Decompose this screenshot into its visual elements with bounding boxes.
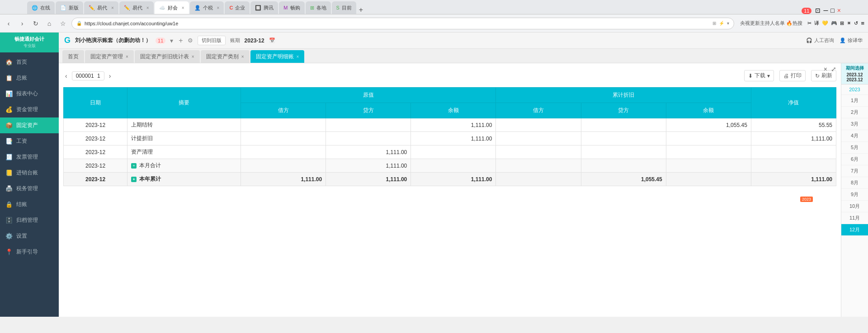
app-tab-fixed-mgmt[interactable]: 固定资产管理 × (85, 50, 134, 63)
sidebar-label-settings: 设置 (16, 232, 27, 240)
close-depreciation-stat-tab[interactable]: × (192, 54, 194, 59)
company-name: 刘小艳演示账套（勿删勿动！） (75, 37, 151, 44)
tab-restore-btn[interactable]: ⊡ (815, 7, 821, 14)
sidebar-item-archive[interactable]: 🗄️ 归档管理 (0, 212, 59, 228)
window-controls: × ⤢ (824, 66, 836, 73)
next-account-btn[interactable]: › (107, 71, 113, 80)
app-tab-home[interactable]: 首页 (62, 50, 84, 63)
sidebar-label-tax: 税务管理 (16, 185, 38, 192)
sidebar-item-fixed-assets[interactable]: 📦 固定资产 (0, 117, 59, 133)
logo-main-text: 畅捷通好会计 (14, 36, 44, 42)
period-month-9[interactable]: 9月 (841, 189, 868, 201)
refresh-icon: ↻ (815, 73, 820, 79)
sidebar-item-close[interactable]: 🔒 结账 (0, 197, 59, 212)
period-month-5[interactable]: 5月 (841, 142, 868, 154)
address-bar[interactable]: 🔒 https://cloud.chanjet.com/accounting/u… (71, 18, 734, 29)
account-no: 000001 (76, 73, 94, 79)
browser-tab-muqian[interactable]: S 目前 (332, 1, 356, 14)
period-month-11[interactable]: 11月 (841, 212, 868, 224)
grid-btn[interactable]: ⊞ (840, 20, 844, 26)
download-arrow: ▾ (767, 73, 770, 79)
close-category-tab[interactable]: × (241, 54, 244, 59)
browser-tab-gedi[interactable]: ⊞ 各地 (306, 1, 331, 14)
sidebar-item-tax[interactable]: 🖨️ 税务管理 (0, 181, 59, 197)
cell-acc-balance-1: 1,055.45 (666, 118, 751, 132)
browser-tab-haohui[interactable]: ☁️ 好会 × (155, 1, 189, 14)
new-tab-btn[interactable]: + (359, 6, 363, 14)
user-profile-btn[interactable]: 👤 徐译华 (840, 37, 863, 44)
period-month-12[interactable]: 12月 (841, 224, 868, 236)
sidebar-item-settings[interactable]: ⚙️ 设置 (0, 228, 59, 244)
sidebar-item-funds[interactable]: 💰 资金管理 (0, 102, 59, 117)
cell-orig-credit-5: 1,111.00 (326, 173, 411, 186)
prev-account-btn[interactable]: ‹ (63, 71, 69, 80)
content-area: × ⤢ ‹ 000001 1 › ⬇ (59, 63, 868, 317)
sidebar-item-purchases[interactable]: 📒 进销台账 (0, 165, 59, 181)
close-fixed-mgmt-tab[interactable]: × (126, 54, 128, 59)
sidebar-label-close: 结账 (16, 201, 27, 208)
app-tab-detail[interactable]: 固定资产明细账 × (250, 50, 305, 63)
close-detail-tab[interactable]: × (297, 54, 299, 59)
translate-btn[interactable]: 译 (814, 20, 819, 27)
switch-version-btn[interactable]: 切到旧版 (198, 36, 226, 45)
cell-orig-debit-2 (241, 132, 326, 145)
period-month-7[interactable]: 7月 (841, 165, 868, 177)
period-month-2[interactable]: 2月 (841, 107, 868, 118)
sidebar-item-guide[interactable]: 📍 新手引导 (0, 244, 59, 260)
add-company-btn[interactable]: + (179, 37, 183, 45)
sidebar-item-salary[interactable]: 📑 工资 (0, 133, 59, 149)
human-service-btn[interactable]: 🎧 人工咨询 (806, 37, 834, 44)
back-btn[interactable]: ‹ (4, 19, 14, 28)
browser-tab-yidai2[interactable]: ✏️ 易代 × (119, 1, 154, 14)
period-month-3[interactable]: 3月 (841, 118, 868, 130)
period-title: 期间选择 (842, 65, 867, 71)
forward-btn[interactable]: › (17, 19, 27, 28)
brightness-btn[interactable]: ☀ (847, 20, 851, 26)
period-month-4[interactable]: 4月 (841, 130, 868, 142)
company-dropdown-btn[interactable]: ▾ (170, 37, 173, 44)
right-panel: 期间选择 2023.12 2023.12 2023 1月 2月 3月 4月 5月… (841, 63, 868, 317)
sidebar-item-ledger[interactable]: 📋 总账 (0, 70, 59, 86)
cut-btn[interactable]: ✂ (807, 20, 811, 26)
browser-tab-new[interactable]: 📄 新版 (56, 1, 83, 14)
browser-tab-getax[interactable]: 👤 个税 × (190, 1, 224, 14)
wallet-btn[interactable]: 💛 (822, 20, 828, 26)
browser-tab-yidai1[interactable]: ✏️ 易代 × (84, 1, 118, 14)
sidebar-label-ledger: 总账 (16, 74, 27, 82)
download-btn[interactable]: ⬇ 下载 ▾ (744, 70, 774, 81)
period-month-6[interactable]: 6月 (841, 154, 868, 165)
period-year[interactable]: 2023 (841, 84, 868, 95)
bookmark-btn[interactable]: ☆ (58, 19, 68, 28)
close-window-btn[interactable]: × (837, 7, 841, 14)
browser-tab-tengxun[interactable]: 🔲 腾讯 (250, 1, 278, 14)
calendar-icon[interactable]: 📅 (269, 38, 275, 43)
period-month-1[interactable]: 1月 (841, 95, 868, 107)
browser-tab-chang[interactable]: M 畅购 (279, 1, 304, 14)
app-tab-depreciation-stat[interactable]: 固定资产折旧统计表 × (135, 50, 200, 63)
home-btn[interactable]: ⌂ (44, 19, 54, 28)
print-btn[interactable]: 🖨 打印 (779, 70, 806, 81)
sidebar-item-home[interactable]: 🏠 首页 (0, 54, 59, 70)
sidebar-label-archive: 归档管理 (16, 216, 38, 224)
minimize-btn[interactable]: ─ (823, 7, 828, 14)
period-month-10[interactable]: 10月 (841, 201, 868, 212)
maximize-btn[interactable]: □ (830, 7, 834, 14)
app-tab-category[interactable]: 固定资产类别 × (201, 50, 250, 63)
period-month-8[interactable]: 8月 (841, 177, 868, 189)
browser-tab-qiye[interactable]: C 企业 (225, 1, 250, 14)
browser-tab-online[interactable]: 🌐 在线 (27, 1, 55, 14)
close-page-btn[interactable]: × (824, 66, 827, 73)
sidebar-item-invoice[interactable]: 🧾 发票管理 (0, 149, 59, 165)
game-btn[interactable]: 🎮 (831, 20, 837, 26)
dropdown-arrow[interactable]: ▾ (727, 21, 729, 26)
history-btn[interactable]: ↺ (854, 20, 858, 26)
sidebar-item-reports[interactable]: 📊 报表中心 (0, 86, 59, 102)
settings-small-btn[interactable]: ⚙ (188, 37, 193, 44)
menu-btn[interactable]: ≡ (861, 20, 864, 27)
cell-net-5: 1,111.00 (751, 173, 836, 186)
app-tabs: 首页 固定资产管理 × 固定资产折旧统计表 × 固定资产类别 × 固定资产明细账… (59, 49, 868, 63)
reload-btn[interactable]: ↻ (31, 19, 41, 28)
tax-icon: 🖨️ (5, 185, 13, 192)
cell-orig-credit-1 (326, 118, 411, 132)
expand-page-btn[interactable]: ⤢ (831, 66, 836, 73)
